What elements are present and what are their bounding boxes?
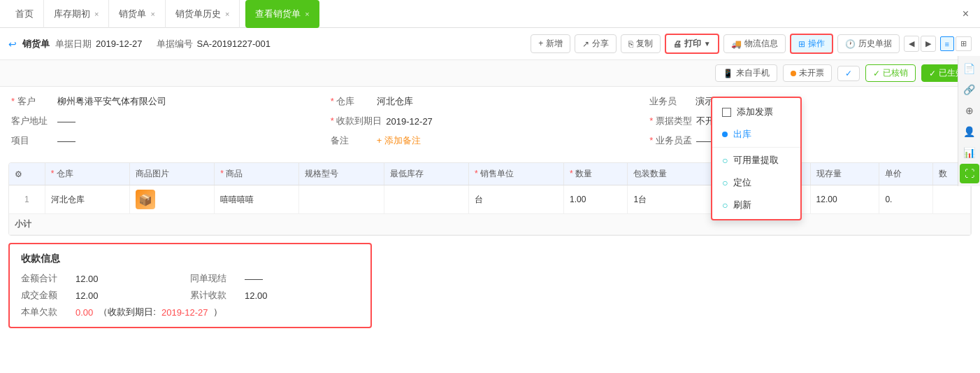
close-tab-inventory[interactable]: × <box>94 10 99 18</box>
warehouse-label: 仓库 <box>331 95 373 108</box>
balance-note2: ） <box>213 306 222 318</box>
doc-no-field: 单据编号 SA-20191227-001 <box>157 38 271 50</box>
complete-button[interactable]: ✓ <box>837 66 860 81</box>
sidebar-icon-expand[interactable]: ⛶ <box>960 164 979 183</box>
main-content: ↩ 销货单 单据日期 2019-12-27 单据编号 SA-20191227-0… <box>0 28 980 373</box>
row-pkg-qty: 1台 <box>628 185 712 214</box>
salesperson-label: 业务员孟 <box>649 134 692 147</box>
list-view-button[interactable]: ≡ <box>940 36 954 51</box>
warehouse-value: 河北仓库 <box>377 95 413 108</box>
deal-amount-row: 成交金额 12.00 <box>21 289 190 302</box>
due-date-label: 收款到期日 <box>331 115 382 127</box>
tab-home[interactable]: 首页 <box>6 0 44 28</box>
warehouse-field: 仓库 河北仓库 <box>331 95 650 108</box>
nav-arrows: ◀ ▶ <box>904 36 936 52</box>
print-icon: 🖨 <box>673 39 682 49</box>
balance-label: 本单欠款 <box>21 306 70 318</box>
grid-view-button[interactable]: ⊞ <box>956 36 972 51</box>
orange-dot-icon <box>791 71 796 76</box>
tab-view-sales[interactable]: 查看销货单 × <box>245 0 319 28</box>
blue-dot-icon <box>722 132 728 137</box>
new-button[interactable]: + 新增 <box>531 34 570 53</box>
share-button[interactable]: ↗ 分享 <box>575 34 617 53</box>
next-button[interactable]: ▶ <box>921 36 936 52</box>
col-settings: ⚙ <box>9 163 45 185</box>
tab-sales[interactable]: 销货单 × <box>109 0 165 28</box>
logistics-button[interactable]: 🚚 物流信息 <box>723 34 786 53</box>
tab-inventory[interactable]: 库存期初 × <box>44 0 109 28</box>
close-tab-view-sales[interactable]: × <box>305 10 309 18</box>
doc-date-value: 2019-12-27 <box>96 38 143 49</box>
row-min-stock <box>384 185 468 214</box>
project-label: 项目 <box>11 134 53 147</box>
row-spec <box>299 185 384 214</box>
sidebar-icon-link[interactable]: 🔗 <box>960 80 979 99</box>
cancelled-button[interactable]: ✓ 已核销 <box>865 64 916 82</box>
circle-icon-refresh: ○ <box>722 199 728 211</box>
col-spec: 规格型号 <box>299 163 384 185</box>
col-price: 单价 <box>879 163 932 185</box>
row-product: 嘻嘻嘻嘻 <box>215 185 299 214</box>
sidebar-icon-doc[interactable]: 📄 <box>960 59 979 78</box>
circle-icon-available: ○ <box>722 155 728 166</box>
operations-button[interactable]: ⊞ 操作 <box>790 34 833 54</box>
same-settlement-row: 同单现结 —— <box>190 272 359 285</box>
copy-button[interactable]: ⎘ 复制 <box>621 34 661 53</box>
print-button[interactable]: 🖨 打印 ▼ <box>665 34 719 54</box>
menu-refresh[interactable]: ○ 刷新 <box>712 194 800 216</box>
add-invoice-label: 添加发票 <box>737 106 773 118</box>
note-field: 备注 + 添加备注 <box>331 134 650 147</box>
tab-bar: 首页 库存期初 × 销货单 × 销货单历史 × 查看销货单 × × <box>0 0 980 28</box>
row-img: 📦 <box>130 185 215 214</box>
menu-locate[interactable]: ○ 定位 <box>712 171 800 194</box>
row-num: 1 <box>9 185 45 214</box>
not-opened-button[interactable]: 未开票 <box>783 64 832 82</box>
col-img: 商品图片 <box>130 163 215 185</box>
note-add-btn[interactable]: + 添加备注 <box>377 134 421 147</box>
prev-button[interactable]: ◀ <box>904 36 919 52</box>
checkbox-icon <box>722 108 731 117</box>
salesperson-field: 业务员孟 —— <box>649 134 969 147</box>
history-icon: 🕐 <box>845 39 856 49</box>
same-settlement-label: 同单现结 <box>190 272 239 285</box>
check-icon: ✓ <box>845 69 852 78</box>
tab-sales-history[interactable]: 销货单历史 × <box>166 0 240 28</box>
doc-no-value: SA-20191227-001 <box>197 38 271 49</box>
print-dropdown-arrow: ▼ <box>704 40 711 48</box>
invoice-field: 票据类型 不开票 <box>649 115 969 127</box>
col-qty: * 数量 <box>564 163 628 185</box>
note-label: 备注 <box>331 134 373 147</box>
sidebar-icon-chart[interactable]: 📊 <box>960 143 979 162</box>
table-row: 1 河北仓库 📦 嘻嘻嘻嘻 台 1.00 1台 12.00 0. <box>9 185 971 214</box>
from-phone-button[interactable]: 📱 来自手机 <box>715 64 777 82</box>
toolbar-actions: + 新增 ↗ 分享 ⎘ 复制 🖨 打印 ▼ 🚚 物流信息 <box>531 34 972 54</box>
doc-date-field: 单据日期 2019-12-27 <box>55 38 143 50</box>
menu-add-invoice[interactable]: 添加发票 <box>712 101 800 123</box>
row-qty: 1.00 <box>564 185 628 214</box>
menu-available-qty[interactable]: ○ 可用量提取 <box>712 149 800 171</box>
subtotal-row: 小计 <box>9 214 971 235</box>
col-warehouse: * 仓库 <box>45 163 129 185</box>
close-window-button[interactable]: × <box>957 8 974 20</box>
payment-title: 收款信息 <box>21 253 359 265</box>
menu-divider <box>712 147 800 148</box>
sidebar-icon-add[interactable]: ⊕ <box>960 101 979 120</box>
close-tab-sales[interactable]: × <box>150 10 154 18</box>
phone-icon: 📱 <box>723 69 733 78</box>
row-stock: 12.00 <box>810 185 879 214</box>
sidebar-icon-user[interactable]: 👤 <box>960 122 979 141</box>
menu-stock-out[interactable]: 出库 <box>712 123 800 146</box>
doc-title: 销货单 <box>22 38 50 50</box>
stock-out-label: 出库 <box>733 128 751 141</box>
doc-toolbar: ↩ 销货单 单据日期 2019-12-27 单据编号 SA-20191227-0… <box>0 28 980 60</box>
row-price: 0. <box>879 185 932 214</box>
address-label: 客户地址 <box>11 115 53 127</box>
amount-label: 金额合计 <box>21 272 70 285</box>
amount-row: 金额合计 12.00 <box>21 272 190 285</box>
history-button[interactable]: 🕐 历史单据 <box>837 34 900 53</box>
close-tab-sales-history[interactable]: × <box>225 10 229 18</box>
deal-amount-label: 成交金额 <box>21 289 70 302</box>
total-received-row: 累计收款 12.00 <box>190 289 359 302</box>
truck-icon: 🚚 <box>731 39 742 49</box>
payment-panel: 收款信息 金额合计 12.00 同单现结 —— 成交金额 12.00 累计收款 … <box>8 243 372 328</box>
